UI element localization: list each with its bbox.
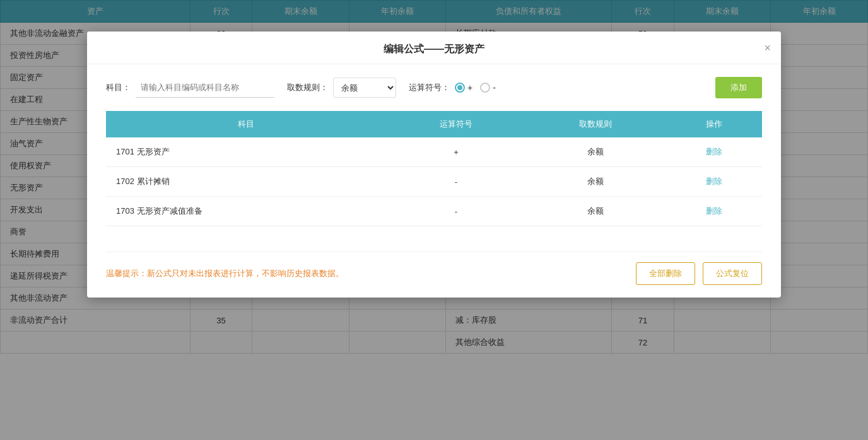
- modal-header: 编辑公式——无形资产 ×: [87, 32, 781, 64]
- th-subject: 科目: [106, 111, 386, 137]
- delete-all-button[interactable]: 全部删除: [636, 262, 695, 285]
- formula-table-row: 1703 无形资产减值准备 - 余额 删除: [106, 197, 762, 226]
- formula-table-row: 1702 累计摊销 - 余额 删除: [106, 167, 762, 197]
- th-operator: 运算符号: [386, 111, 525, 137]
- subject-label: 科目：: [106, 82, 131, 93]
- modal-close-button[interactable]: ×: [764, 42, 771, 54]
- modal-body: 科目： 取数规则： 余额 借方 贷方 期初余额 运算符号：: [87, 64, 781, 252]
- formula-subject: 1702 累计摊销: [106, 167, 386, 197]
- th-rule: 取数规则: [526, 111, 666, 137]
- formula-rule: 余额: [526, 167, 666, 197]
- formula-operator: +: [386, 137, 525, 167]
- radio-minus-circle: [480, 83, 490, 93]
- formula-rule: 余额: [526, 137, 666, 167]
- delete-link[interactable]: 删除: [706, 206, 722, 216]
- operator-field: 运算符号： + -: [409, 82, 496, 93]
- formula-rule: 余额: [526, 197, 666, 226]
- footer-buttons: 全部删除 公式复位: [636, 262, 762, 285]
- formula-action: 删除: [666, 197, 762, 226]
- subject-input[interactable]: [136, 78, 274, 98]
- formula-table-row: 1701 无形资产 + 余额 删除: [106, 137, 762, 167]
- formula-operator: -: [386, 167, 525, 197]
- formula-table: 科目 运算符号 取数规则 操作 1701 无形资产 + 余额 删除 1702 累…: [106, 111, 762, 226]
- operator-minus-label: -: [493, 83, 496, 93]
- operator-label: 运算符号：: [409, 82, 450, 93]
- formula-subject: 1701 无形资产: [106, 137, 386, 167]
- rule-label: 取数规则：: [287, 82, 328, 93]
- operator-minus-radio[interactable]: -: [480, 83, 496, 93]
- formula-operator: -: [386, 197, 525, 226]
- subject-field: 科目：: [106, 78, 274, 98]
- add-button[interactable]: 添加: [715, 77, 762, 98]
- edit-formula-modal: 编辑公式——无形资产 × 科目： 取数规则： 余额 借方 贷方 期初余额: [87, 32, 781, 298]
- modal-title: 编辑公式——无形资产: [384, 43, 484, 54]
- delete-link[interactable]: 删除: [706, 177, 722, 186]
- formula-action: 删除: [666, 167, 762, 197]
- delete-link[interactable]: 删除: [706, 147, 722, 156]
- radio-plus-circle: [455, 83, 465, 93]
- formula-form-row: 科目： 取数规则： 余额 借方 贷方 期初余额 运算符号：: [106, 77, 762, 98]
- table-header-row: 科目 运算符号 取数规则 操作: [106, 111, 762, 137]
- reset-formula-button[interactable]: 公式复位: [703, 262, 762, 285]
- modal-footer: 温馨提示：新公式只对未出报表进行计算，不影响历史报表数据。 全部删除 公式复位: [87, 252, 781, 298]
- rule-select[interactable]: 余额 借方 贷方 期初余额: [333, 78, 396, 98]
- operator-plus-label: +: [467, 83, 472, 93]
- operator-radio-group: + -: [455, 83, 496, 93]
- operator-plus-radio[interactable]: +: [455, 83, 472, 93]
- rule-field: 取数规则： 余额 借方 贷方 期初余额: [287, 78, 396, 98]
- formula-action: 删除: [666, 137, 762, 167]
- th-action: 操作: [666, 111, 762, 137]
- hint-text: 温馨提示：新公式只对未出报表进行计算，不影响历史报表数据。: [106, 268, 344, 279]
- rule-select-wrapper: 余额 借方 贷方 期初余额: [333, 78, 396, 98]
- formula-subject: 1703 无形资产减值准备: [106, 197, 386, 226]
